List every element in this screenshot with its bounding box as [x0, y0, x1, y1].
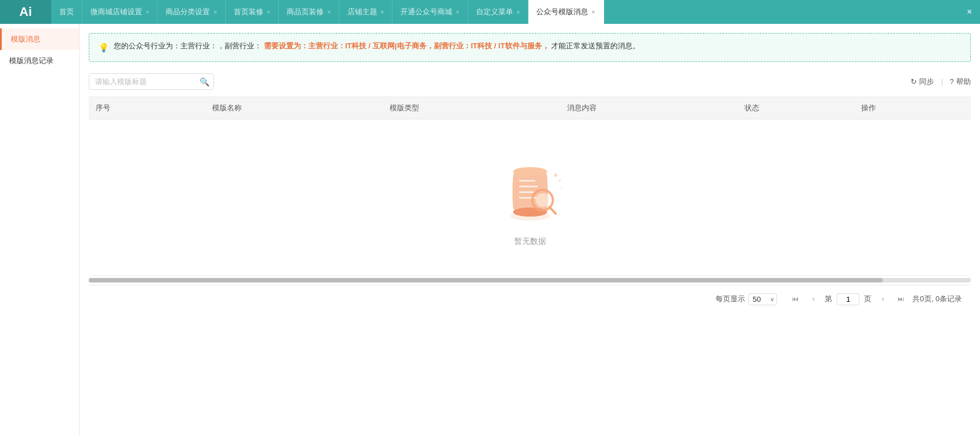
page-size-dropdown[interactable]: 50 10 20 100 [749, 293, 777, 305]
sync-button[interactable]: ↻ 同步 [911, 77, 934, 87]
search-left: 🔍 [89, 73, 214, 90]
tab-goods-decor[interactable]: 商品页装修× [279, 0, 339, 24]
action-divider: | [941, 77, 942, 86]
svg-line-9 [549, 207, 556, 214]
page-size-select: 每页显示 50 10 20 100 [716, 293, 777, 305]
col-content: 消息内容 [560, 97, 738, 119]
empty-cell: 暂无数据 [89, 119, 971, 276]
info-text-prefix: 您的公众号行业为：主营行业：，副营行业： [114, 41, 262, 50]
bulb-icon: 💡 [98, 41, 109, 55]
tab-close-shop-theme[interactable]: × [381, 9, 384, 15]
tab-home[interactable]: 首页 [51, 0, 82, 24]
page-size-wrapper: 50 10 20 100 [749, 293, 777, 305]
tab-shop-theme[interactable]: 店铺主题× [340, 0, 392, 24]
content-area: 💡 您的公众号行业为：主营行业：，副营行业： 需要设置为：主营行业：IT科技 /… [80, 24, 980, 436]
sidebar-item-template-msg[interactable]: 模版消息 [0, 28, 79, 50]
main-layout: 模版消息模版消息记录 💡 您的公众号行业为：主营行业：，副营行业： 需要设置为：… [0, 24, 980, 436]
table-header-row: 序号模版名称模版类型消息内容状态操作 [89, 97, 971, 119]
search-icon[interactable]: 🔍 [200, 77, 209, 86]
svg-point-10 [554, 173, 557, 177]
tab-custom-menu[interactable]: 自定义菜单× [468, 0, 528, 24]
page-label-after: 页 [864, 294, 871, 304]
horizontal-scrollbar[interactable] [89, 278, 971, 283]
page-label-before: 第 [825, 294, 832, 304]
col-type: 模版类型 [383, 97, 560, 119]
search-bar: 🔍 ↻ 同步 | ? 帮助 [89, 73, 971, 90]
empty-illustration [496, 159, 564, 227]
empty-state: 暂无数据 [96, 125, 964, 269]
tab-template-msg[interactable]: 公众号模版消息× [528, 0, 603, 24]
data-table: 序号模版名称模版类型消息内容状态操作 [89, 97, 971, 276]
svg-point-1 [513, 167, 547, 176]
help-icon: ? [950, 77, 954, 86]
search-input[interactable] [89, 73, 214, 90]
info-banner: 💡 您的公众号行业为：主营行业：，副营行业： 需要设置为：主营行业：IT科技 /… [89, 33, 971, 62]
last-page-button[interactable]: ⏭ [894, 292, 908, 306]
col-name: 模版名称 [205, 97, 383, 119]
top-nav: Ai 首页微商城店铺设置×商品分类设置×首页装修×商品页装修×店铺主题×开通公众… [0, 0, 980, 24]
tab-close-goods-category[interactable]: × [213, 9, 217, 15]
prev-page-button[interactable]: ‹ [807, 292, 820, 306]
tab-wsc-shop[interactable]: 微商城店铺设置× [82, 0, 158, 24]
table-head: 序号模版名称模版类型消息内容状态操作 [89, 97, 971, 119]
tab-close-custom-menu[interactable]: × [516, 9, 520, 15]
sidebar-item-template-history[interactable]: 模版消息记录 [0, 50, 79, 72]
tab-close-template-msg[interactable]: × [592, 9, 595, 15]
tab-close-home-decor[interactable]: × [267, 9, 270, 15]
global-close-button[interactable]: × [959, 0, 980, 24]
col-index: 序号 [89, 97, 205, 119]
next-page-button[interactable]: › [876, 292, 890, 306]
tab-close-wsc-shop[interactable]: × [146, 9, 149, 15]
pagination: 每页显示 50 10 20 100 ⏮ ‹ 第 页 › ⏭ 共0页, 0条记录 [89, 285, 971, 313]
info-text-suffix: 才能正常发送预置的消息。 [551, 41, 640, 50]
help-button[interactable]: ? 帮助 [950, 77, 971, 87]
svg-point-2 [513, 207, 547, 217]
sync-label: 同步 [919, 77, 934, 87]
top-right-actions: ↻ 同步 | ? 帮助 [911, 77, 971, 87]
tab-close-open-mall[interactable]: × [456, 9, 459, 15]
empty-text: 暂无数据 [514, 236, 546, 247]
logo-text: Ai [19, 5, 32, 19]
tab-close-goods-decor[interactable]: × [327, 9, 330, 15]
help-label: 帮助 [956, 77, 971, 87]
tab-list: 首页微商城店铺设置×商品分类设置×首页装修×商品页装修×店铺主题×开通公众号商城… [51, 0, 959, 24]
sync-icon: ↻ [911, 77, 917, 86]
sidebar: 模版消息模版消息记录 [0, 24, 80, 436]
tab-goods-category[interactable]: 商品分类设置× [158, 0, 225, 24]
tab-open-mall[interactable]: 开通公众号商城× [392, 0, 468, 24]
page-size-label: 每页显示 [716, 294, 745, 304]
svg-point-12 [560, 187, 562, 189]
info-banner-text: 您的公众号行业为：主营行业：，副营行业： 需要设置为：主营行业：IT科技 / 互… [114, 40, 640, 52]
first-page-button[interactable]: ⏮ [788, 292, 802, 306]
scroll-thumb[interactable] [89, 278, 883, 283]
page-number-input[interactable] [837, 293, 859, 305]
col-action: 操作 [854, 97, 971, 119]
empty-row: 暂无数据 [89, 119, 971, 276]
search-input-wrap: 🔍 [89, 73, 214, 90]
total-info: 共0页, 0条记录 [912, 294, 962, 304]
logo: Ai [0, 0, 51, 24]
svg-point-11 [559, 180, 561, 182]
table-container: 序号模版名称模版类型消息内容状态操作 [89, 97, 971, 276]
tab-home-decor[interactable]: 首页装修× [226, 0, 279, 24]
col-status: 状态 [738, 97, 854, 119]
table-body: 暂无数据 [89, 119, 971, 276]
svg-point-8 [536, 193, 549, 207]
info-text-highlight: 需要设置为：主营行业：IT科技 / 互联网|电子商务，副营行业：IT科技 / I… [264, 41, 549, 50]
